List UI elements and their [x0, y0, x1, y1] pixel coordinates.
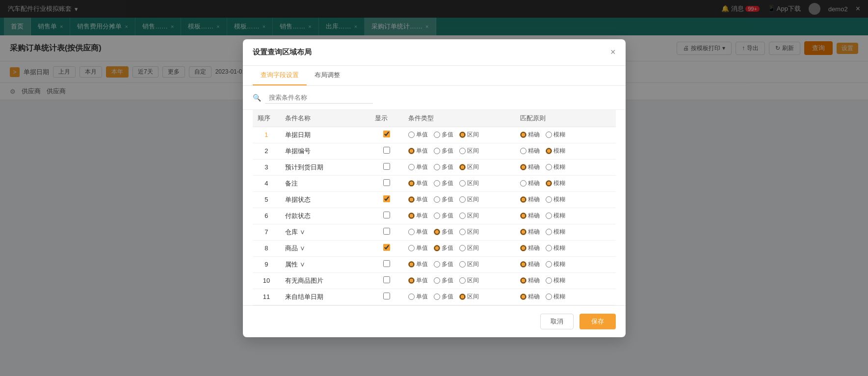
tab-query-fields[interactable]: 查询字段设置 — [253, 66, 307, 85]
tab-layout-adjust[interactable]: 布局调整 — [307, 66, 348, 85]
modal-overlay: 设置查询区域布局 × 查询字段设置 布局调整 🔍 顺序 — [0, 0, 868, 100]
settings-dialog: 设置查询区域布局 × 查询字段设置 布局调整 🔍 顺序 — [243, 39, 626, 101]
dialog-title: 设置查询区域布局 — [253, 48, 312, 57]
dialog-search-area: 🔍 — [243, 86, 626, 101]
dialog-close-button[interactable]: × — [610, 47, 616, 57]
dialog-tabs: 查询字段设置 布局调整 — [243, 66, 626, 86]
search-input[interactable] — [265, 92, 373, 101]
dialog-header: 设置查询区域布局 × — [243, 39, 626, 66]
search-icon: 🔍 — [253, 94, 261, 101]
